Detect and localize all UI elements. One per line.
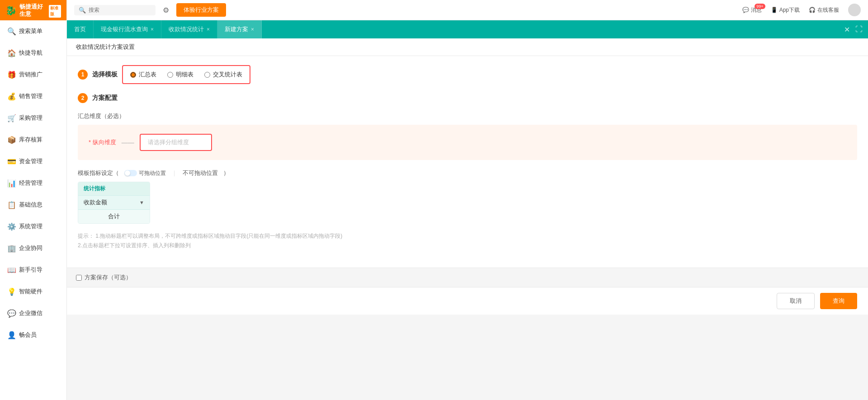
sidebar-item-label: 库存核算: [19, 136, 42, 144]
step1-number: 1: [78, 70, 88, 80]
cancel-button[interactable]: 取消: [777, 293, 815, 309]
radio-summary[interactable]: 汇总表: [130, 71, 156, 79]
indicator-cell-amount[interactable]: 收款金额 ▼: [78, 195, 150, 209]
tab-new-plan[interactable]: 新建方案 ×: [217, 20, 262, 38]
marketing-icon: 🎁: [7, 71, 15, 79]
action-bar: 取消 查询: [67, 287, 868, 315]
tab-new-plan-close[interactable]: ×: [251, 27, 254, 32]
member-icon: 👤: [7, 331, 15, 339]
tab-receipt-stats[interactable]: 收款情况统计 ×: [161, 20, 217, 38]
step1-header: 1 选择模板 汇总表 明细表 交叉统计表: [78, 65, 857, 84]
service-label: 在线客服: [817, 6, 839, 14]
inventory-icon: 📦: [7, 136, 15, 144]
sales-icon: 💰: [7, 92, 15, 101]
sidebar-item-guide[interactable]: 📖 新手引导: [0, 259, 66, 281]
dimension-select[interactable]: 请选择分组维度: [140, 134, 212, 151]
search-box[interactable]: 🔍: [74, 5, 156, 15]
breadcrumb-text: 收款情况统计方案设置: [76, 43, 135, 50]
tab-receipt-stats-close[interactable]: ×: [207, 27, 210, 32]
search-input[interactable]: [89, 7, 143, 13]
indicator-label-text: 模板指标设定（: [78, 169, 119, 177]
avatar[interactable]: [848, 4, 861, 16]
drag-enabled-label: 可拖动位置: [139, 169, 166, 177]
purchase-icon: 🛒: [7, 114, 15, 122]
config-section: 汇总维度（必选） * 纵向维度 —— 请选择分组维度: [78, 112, 857, 225]
trial-button[interactable]: 体验行业方案: [176, 3, 226, 17]
sidebar-item-basics[interactable]: 📋 基础信息: [0, 194, 66, 216]
operations-icon: 📊: [7, 179, 15, 188]
sidebar-item-purchase[interactable]: 🛒 采购管理: [0, 107, 66, 129]
stat-header-text: 统计指标: [84, 185, 105, 192]
capital-icon: 💳: [7, 157, 15, 166]
query-button[interactable]: 查询: [820, 293, 857, 309]
sidebar-item-label: 智能硬件: [19, 287, 42, 296]
sidebar-item-system[interactable]: ⚙️ 系统管理: [0, 216, 66, 237]
download-button[interactable]: 📱 App下载: [771, 6, 800, 14]
sidebar-item-marketing[interactable]: 🎁 营销推广: [0, 64, 66, 85]
dimension-select-placeholder: 请选择分组维度: [148, 139, 189, 146]
step2-header: 2 方案配置: [78, 93, 857, 103]
radio-cross-input[interactable]: [204, 72, 210, 78]
sidebar-item-label: 经营管理: [19, 179, 42, 187]
tab-bank-flow[interactable]: 现金银行流水查询 ×: [94, 20, 161, 38]
indicator-label-row: 模板指标设定（ 可拖动位置 ｜ 不可拖动位置 ）: [78, 169, 857, 177]
no-drag-label: 不可拖动位置: [183, 169, 218, 177]
amount-label: 收款金额: [84, 198, 107, 207]
indicator-sum: 合计: [78, 209, 150, 223]
sidebar-item-search-menu[interactable]: 🔍 搜索菜单: [0, 20, 66, 42]
toggle-drag-enabled[interactable]: 可拖动位置: [124, 169, 166, 177]
radio-cross[interactable]: 交叉统计表: [204, 71, 242, 79]
settings-icon[interactable]: ⚙: [163, 6, 169, 14]
radio-summary-label: 汇总表: [139, 71, 156, 79]
save-option[interactable]: 方案保存（可选）: [76, 273, 859, 282]
content-area: 收款情况统计方案设置 1 选择模板 汇总表 明细表: [67, 38, 868, 400]
topbar: 🔍 ⚙ 体验行业方案 💬 消息 99+ 📱 App下载 🎧 在线客服: [67, 0, 868, 20]
save-option-label: 方案保存（可选）: [85, 273, 132, 282]
sidebar-item-hardware[interactable]: 💡 智能硬件: [0, 281, 66, 302]
form-area: 1 选择模板 汇总表 明细表 交叉统计表: [67, 56, 868, 268]
close-window-icon[interactable]: ✕: [844, 25, 850, 34]
sidebar-item-label: 企业微信: [19, 309, 42, 317]
search-icon: 🔍: [79, 7, 86, 14]
sidebar-item-member[interactable]: 👤 畅会员: [0, 324, 66, 346]
download-icon: 📱: [771, 7, 778, 13]
sidebar-item-quick-nav[interactable]: 🏠 快捷导航: [0, 42, 66, 64]
sidebar-item-operations[interactable]: 📊 经营管理: [0, 172, 66, 194]
sidebar-item-inventory[interactable]: 📦 库存核算: [0, 129, 66, 151]
sidebar-item-label: 搜索菜单: [19, 27, 42, 35]
sidebar-item-wechat[interactable]: 💬 企业微信: [0, 302, 66, 324]
expand-icon[interactable]: ⛶: [855, 25, 863, 33]
page-breadcrumb: 收款情况统计方案设置: [67, 38, 868, 56]
tab-bank-flow-close[interactable]: ×: [151, 27, 154, 32]
sidebar-item-capital[interactable]: 💳 资金管理: [0, 151, 66, 172]
step1-title: 选择模板: [92, 71, 118, 79]
radio-detail-label: 明细表: [176, 71, 193, 79]
service-button[interactable]: 🎧 在线客服: [809, 6, 839, 14]
indicator-table-header: 统计指标: [78, 182, 150, 195]
service-icon: 🎧: [809, 7, 816, 13]
dimension-area: * 纵向维度 —— 请选择分组维度: [78, 125, 857, 160]
logo-icon: 🐉: [5, 5, 17, 16]
download-label: App下载: [779, 6, 800, 14]
radio-detail-input[interactable]: [167, 72, 173, 78]
sidebar-item-enterprise[interactable]: 🏢 企业协同: [0, 237, 66, 259]
drag-toggle-switch[interactable]: [124, 170, 137, 176]
radio-summary-input[interactable]: [130, 72, 136, 78]
sidebar-item-label: 基础信息: [19, 201, 42, 209]
sidebar-item-label: 采购管理: [19, 114, 42, 122]
tabbar: 首页 现金银行流水查询 × 收款情况统计 × 新建方案 × ✕ ⛶: [67, 20, 868, 38]
sidebar-item-sales[interactable]: 💰 销售管理: [0, 85, 66, 107]
indicator-label-close: ）: [223, 169, 229, 177]
radio-detail[interactable]: 明细表: [167, 71, 193, 79]
tab-home[interactable]: 首页: [67, 20, 94, 38]
tab-new-plan-label: 新建方案: [225, 25, 248, 33]
sidebar-item-label: 企业协同: [19, 244, 42, 252]
message-icon: 💬: [742, 7, 749, 13]
step2-title: 方案配置: [92, 94, 118, 102]
step2-number: 2: [78, 93, 88, 103]
enterprise-icon: 🏢: [7, 244, 15, 253]
message-button[interactable]: 💬 消息 99+: [742, 6, 762, 14]
home-icon: 🏠: [7, 49, 15, 57]
save-checkbox[interactable]: [76, 275, 82, 281]
footer: 方案保存（可选）: [67, 268, 868, 287]
